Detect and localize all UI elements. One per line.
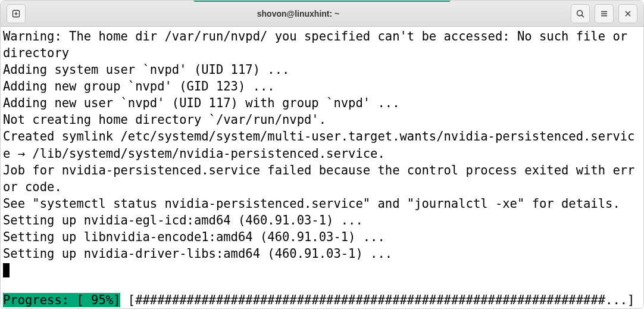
- search-button[interactable]: [571, 4, 590, 23]
- terminal-line: Warning: The home dir /var/run/nvpd/ you…: [3, 29, 634, 60]
- new-tab-icon: [11, 9, 21, 18]
- svg-line-4: [582, 15, 584, 17]
- hamburger-icon: [599, 9, 609, 18]
- terminal-line: Setting up nvidia-egl-icd:amd64 (460.91.…: [3, 213, 363, 227]
- terminal-line: Adding new group `nvpd' (GID 123) ...: [3, 79, 275, 93]
- progress-bar: [#######################################…: [120, 293, 634, 307]
- menu-button[interactable]: [595, 4, 614, 23]
- terminal-line: Job for nvidia-persistenced.service fail…: [3, 163, 634, 194]
- new-tab-button[interactable]: [7, 4, 26, 23]
- terminal-line: Adding new user `nvpd' (UID 117) with gr…: [3, 96, 399, 110]
- terminal-output[interactable]: Warning: The home dir /var/run/nvpd/ you…: [1, 27, 643, 308]
- terminal-line: Adding system user `nvpd' (UID 117) ...: [3, 63, 289, 77]
- close-icon: [623, 9, 633, 18]
- terminal-line: Created symlink /etc/systemd/system/mult…: [3, 129, 634, 160]
- terminal-line: Setting up libnvidia-encode1:amd64 (460.…: [3, 230, 385, 244]
- close-button[interactable]: [618, 4, 637, 23]
- svg-point-3: [577, 10, 583, 15]
- progress-label: Progress: [ 95%]: [3, 293, 120, 307]
- terminal-line: See "systemctl status nvidia-persistence…: [3, 196, 620, 211]
- terminal-line: Setting up nvidia-driver-libs:amd64 (460…: [3, 246, 392, 261]
- progress-line: Progress: [ 95%] [######################…: [3, 292, 641, 308]
- search-icon: [576, 9, 585, 18]
- terminal-line: Not creating home directory `/var/run/nv…: [3, 113, 326, 127]
- window-titlebar: shovon@linuxhint: ~: [1, 1, 643, 27]
- terminal-cursor: [3, 263, 10, 277]
- window-title: shovon@linuxhint: ~: [27, 9, 570, 18]
